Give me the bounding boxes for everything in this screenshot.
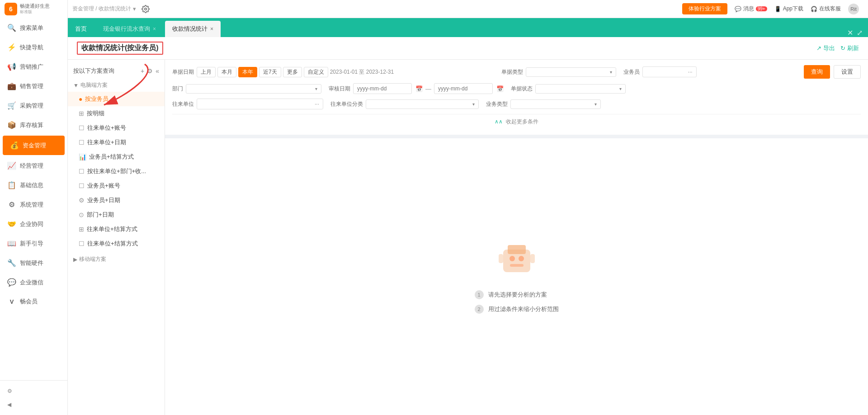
refresh-btn[interactable]: ↻ 刷新 (840, 44, 859, 52)
date-btn-this-month[interactable]: 本月 (217, 67, 236, 77)
tab-cashflow-close[interactable]: × (153, 26, 156, 32)
tree-item-counterparty-account[interactable]: ☐ 往来单位+账号 (68, 121, 165, 135)
sidebar-item-member[interactable]: V 畅会员 (0, 292, 67, 311)
export-label: 导出 (823, 44, 835, 52)
sidebar-bottom: ⚙ ◀ (0, 380, 67, 415)
tabs-close-btn[interactable]: ✕ (847, 28, 853, 37)
sidebar-item-operations[interactable]: 📈 经营管理 (0, 156, 67, 175)
user-name[interactable]: Rit (848, 4, 859, 14)
logo-badge: 标准版 (20, 9, 50, 15)
tree-item-counterparty-settle2[interactable]: ☐ 往来单位+结算方式 (68, 236, 165, 251)
trial-btn[interactable]: 体验行业方案 (682, 3, 727, 14)
sidebar: 🔍 搜索菜单 ⚡ 快捷导航 📢 营销推广 💼 销售管理 🛒 采购管理 📦 库存核… (0, 18, 68, 415)
sidebar-item-marketing[interactable]: 📢 营销推广 (0, 57, 67, 76)
sidebar-item-sales[interactable]: 💼 销售管理 (0, 76, 67, 96)
left-panel-title: 按以下方案查询 (73, 67, 114, 75)
breadcrumb-text: 资金管理 / 收款情况统计 (72, 5, 131, 13)
voucher-type-select[interactable]: ▾ (526, 67, 616, 77)
tree-item-counterparty-dept[interactable]: ☐ 按往来单位+部门+收... (68, 164, 165, 179)
settings-btn[interactable]: 设置 (834, 65, 861, 79)
sidebar-settings-btn[interactable]: ⚙ (0, 384, 67, 398)
messages-btn[interactable]: 💬 消息 99+ (735, 5, 767, 13)
sidebar-collapse-btn[interactable]: ◀ (0, 398, 67, 411)
biz-type-select[interactable]: ▾ (510, 99, 601, 109)
search-icon: 🔍 (7, 24, 16, 32)
sidebar-item-hardware[interactable]: 🔧 智能硬件 (0, 253, 67, 273)
biz-type-label: 业务类型 (486, 100, 508, 108)
sidebar-item-system[interactable]: ⚙ 系统管理 (0, 195, 67, 214)
counterparty-select[interactable]: ··· (197, 99, 323, 109)
empty-step-1: 1 请先选择要分析的方案 (475, 290, 559, 299)
voucher-status-select[interactable]: ▾ (535, 84, 626, 94)
sidebar-item-purchase[interactable]: 🛒 采购管理 (0, 96, 67, 115)
audit-date-from[interactable] (353, 83, 412, 94)
biz-type-chevron: ▾ (594, 102, 597, 107)
date-btn-last-month[interactable]: 上月 (197, 67, 216, 77)
sidebar-item-quicknav[interactable]: ⚡ 快捷导航 (0, 38, 67, 57)
app-download-label: App下载 (783, 5, 803, 13)
collapse-panel-btn[interactable]: « (156, 67, 159, 75)
sidebar-item-inventory[interactable]: 📦 库存核算 (0, 115, 67, 135)
tree-collapse-icon: ▼ (73, 82, 79, 89)
tree-group-pc-header[interactable]: ▼ 电脑端方案 (68, 79, 165, 92)
system-icon: ⚙ (7, 200, 16, 209)
nav-dropdown-icon[interactable]: ▾ (133, 5, 136, 12)
export-btn[interactable]: ↗ 导出 (816, 44, 835, 52)
filter-counterparty-type-item: 往来单位分类 ▾ (330, 99, 479, 109)
tree-item-salesperson-date[interactable]: ⚙ 业务员+日期 (68, 193, 165, 208)
date-btn-more[interactable]: 更多 (283, 67, 302, 77)
tabs-right-actions: ✕ ⤢ (847, 28, 868, 37)
query-btn[interactable]: 查询 (804, 65, 830, 79)
collapse-bar[interactable]: ∧∧ 收起更多条件 (172, 114, 861, 129)
tree-item-label-4: 业务员+结算方式 (89, 153, 134, 161)
voucher-type-label: 单据类型 (501, 68, 523, 76)
date-btn-custom[interactable]: 自定义 (304, 67, 328, 77)
inventory-icon: 📦 (7, 121, 16, 129)
scheme-settings-btn[interactable]: ⚙ (147, 67, 153, 75)
dept-chevron: ▾ (315, 86, 317, 91)
svg-rect-2 (508, 245, 526, 254)
date-btn-7days[interactable]: 近7天 (259, 67, 281, 77)
sidebar-item-guide[interactable]: 📖 新手引导 (0, 234, 67, 253)
app-download-btn[interactable]: 📱 App下载 (774, 5, 803, 13)
tree-item-label-8: 部门+日期 (87, 211, 114, 219)
tree-item-counterparty-date[interactable]: ☐ 往来单位+日期 (68, 135, 165, 150)
settings-icon[interactable] (142, 5, 150, 13)
add-scheme-btn[interactable]: + (141, 67, 144, 75)
tree-group-pc: ▼ 电脑端方案 ● 按业务员 ⊞ 按明细 ☐ 往来单位+账号 ☐ 往来单位+ (68, 79, 165, 251)
tree-item-salesperson-account[interactable]: ☐ 业务员+账号 (68, 179, 165, 193)
voucher-status-label: 单据状态 (511, 85, 533, 93)
date-btn-this-year[interactable]: 本年 (238, 67, 257, 77)
sidebar-item-finance[interactable]: 💰 资金管理 (3, 136, 65, 155)
online-service-btn[interactable]: 🎧 在线客服 (811, 5, 841, 13)
audit-date-from-cal[interactable]: 📅 (415, 85, 423, 92)
tab-cashflow-label: 现金银行流水查询 (103, 25, 150, 33)
sidebar-item-label: 企业协同 (20, 220, 43, 228)
tree-item-detail[interactable]: ⊞ 按明细 (68, 106, 165, 121)
tree-group-mobile: ▶ 移动端方案 (68, 253, 165, 266)
filter-row-2: 部门 ▾ 审核日期 📅 — 📅 (172, 83, 861, 94)
filter-voucher-status-item: 单据状态 ▾ (511, 84, 626, 94)
sidebar-item-basics[interactable]: 📋 基础信息 (0, 175, 67, 195)
tab-cashflow[interactable]: 现金银行流水查询 × (96, 21, 163, 37)
tab-collection-close[interactable]: × (210, 26, 213, 32)
tree-group-mobile-header[interactable]: ▶ 移动端方案 (68, 253, 165, 266)
tree-item-dept-date[interactable]: ⊙ 部门+日期 (68, 208, 165, 222)
tab-home[interactable]: 首页 (68, 21, 94, 37)
audit-date-to[interactable] (434, 83, 493, 94)
sidebar-item-search[interactable]: 🔍 搜索菜单 (0, 18, 67, 38)
counterparty-type-select[interactable]: ▾ (366, 99, 479, 109)
tree-item-salesperson[interactable]: ● 按业务员 (68, 92, 165, 106)
dept-select[interactable]: ▾ (186, 84, 321, 94)
tree-item-salesperson-settle[interactable]: 📊 业务员+结算方式 (68, 150, 165, 164)
audit-date-to-cal[interactable]: 📅 (496, 85, 504, 92)
tabs-expand-btn[interactable]: ⤢ (857, 28, 863, 37)
sidebar-item-wechat[interactable]: 💬 企业微信 (0, 273, 67, 292)
right-content: 单据日期 上月 本月 本年 近7天 更多 自定义 2023-01-01 至 (165, 60, 868, 415)
tree-item-counterparty-settle1[interactable]: ⊞ 往来单位+结算方式 (68, 222, 165, 236)
salesperson-select[interactable]: ··· (642, 66, 697, 77)
tab-collection[interactable]: 收款情况统计 × (165, 21, 221, 37)
voucher-type-chevron: ▾ (610, 70, 612, 75)
step-num-1: 1 (475, 290, 484, 299)
sidebar-item-collab[interactable]: 🤝 企业协同 (0, 214, 67, 234)
